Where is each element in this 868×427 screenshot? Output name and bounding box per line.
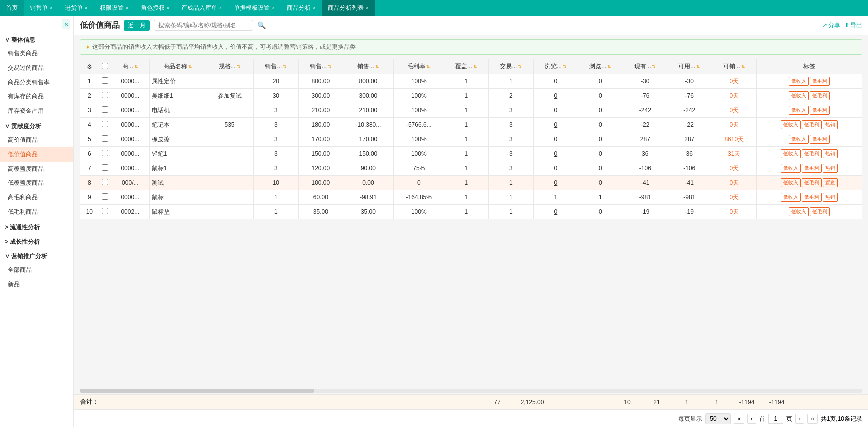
- sidebar-item-低覆盖度商品[interactable]: 低覆盖度商品: [0, 176, 73, 190]
- nav-item-销售单[interactable]: 销售单×: [24, 0, 59, 16]
- browse-link[interactable]: 0: [554, 121, 558, 128]
- col-header-3[interactable]: 商品名称⇅: [149, 59, 206, 74]
- per-page-select[interactable]: 50 100 200: [705, 413, 731, 424]
- prev-page-btn[interactable]: ‹: [747, 414, 756, 424]
- sidebar-item-低价值商品[interactable]: 低价值商品: [0, 147, 73, 162]
- nav-close-icon[interactable]: ×: [85, 5, 88, 11]
- row-col-11[interactable]: 0: [533, 103, 578, 118]
- nav-close-icon[interactable]: ×: [126, 5, 129, 11]
- browse-link[interactable]: 0: [554, 92, 558, 99]
- first-page-btn[interactable]: «: [734, 414, 744, 424]
- row-checkbox[interactable]: [102, 208, 108, 214]
- search-icon[interactable]: 🔍: [257, 21, 266, 29]
- browse-link[interactable]: 0: [554, 136, 558, 143]
- col-header-9[interactable]: 覆盖...⇅: [444, 59, 488, 74]
- nav-close-icon[interactable]: ×: [50, 5, 53, 11]
- col-header-15[interactable]: 可销...⇅: [712, 59, 756, 74]
- row-days: 0天: [712, 118, 756, 132]
- nav-item-产成品入库单[interactable]: 产成品入库单×: [175, 0, 228, 16]
- row-checkbox[interactable]: [102, 106, 108, 113]
- row-col-11[interactable]: 0: [533, 89, 578, 103]
- col-header-2[interactable]: 商...⇅: [111, 59, 149, 74]
- row-col-11[interactable]: 1: [533, 190, 578, 205]
- col-header-8[interactable]: 毛利率⇅: [393, 59, 444, 74]
- horizontal-scrollbar[interactable]: [74, 388, 868, 394]
- sidebar-item-低毛利商品[interactable]: 低毛利商品: [0, 205, 73, 219]
- sidebar-group-0[interactable]: ∨ 整体信息: [0, 32, 73, 46]
- sidebar-item-高覆盖度商品[interactable]: 高覆盖度商品: [0, 162, 73, 176]
- browse-link[interactable]: 0: [554, 179, 558, 186]
- col-header-14[interactable]: 可用...⇅: [667, 59, 712, 74]
- row-col-11[interactable]: 0: [533, 132, 578, 147]
- sidebar-item-全部商品[interactable]: 全部商品: [0, 263, 73, 277]
- sidebar-item-销售类商品[interactable]: 销售类商品: [0, 46, 73, 61]
- row-col-11[interactable]: 0: [533, 74, 578, 89]
- col-header-4[interactable]: 规格...⇅: [206, 59, 253, 74]
- nav-close-icon[interactable]: ×: [313, 5, 316, 11]
- col-header-13[interactable]: 现有...⇅: [623, 59, 667, 74]
- sidebar-item-高价值商品[interactable]: 高价值商品: [0, 133, 73, 147]
- browse-link[interactable]: 1: [554, 194, 558, 201]
- nav-item-商品分析[interactable]: 商品分析×: [281, 0, 322, 16]
- row-checkbox[interactable]: [102, 164, 108, 171]
- col-header-10[interactable]: 交易...⇅: [489, 59, 533, 74]
- row-col-11[interactable]: 0: [533, 176, 578, 190]
- date-filter-btn[interactable]: 近一月: [124, 20, 150, 31]
- sidebar-group-4[interactable]: ∨ 营销推广分析: [0, 248, 73, 263]
- nav-close-icon[interactable]: ×: [167, 5, 170, 11]
- share-btn[interactable]: ↗ 分享: [822, 21, 840, 30]
- next-page-btn[interactable]: ›: [795, 414, 804, 424]
- nav-close-icon[interactable]: ×: [366, 5, 369, 11]
- select-all-checkbox[interactable]: [102, 63, 108, 69]
- sidebar-group-3[interactable]: > 成长性分析: [0, 234, 73, 248]
- col-header-11[interactable]: 浏览...⇅: [533, 59, 578, 74]
- row-col-6: 150.00: [298, 147, 343, 161]
- sidebar-group-2[interactable]: > 流通性分析: [0, 219, 73, 234]
- search-input[interactable]: [154, 20, 253, 31]
- nav-item-首页[interactable]: 首页: [0, 0, 24, 16]
- nav-item-单据模板设置[interactable]: 单据模板设置×: [228, 0, 281, 16]
- sidebar-group-1[interactable]: ∨ 贡献度分析: [0, 118, 73, 133]
- sidebar-item-库存资金占用[interactable]: 库存资金占用: [0, 104, 73, 118]
- sidebar-item-有库存的商品[interactable]: 有库存的商品: [0, 89, 73, 104]
- browse-link[interactable]: 0: [554, 78, 558, 85]
- row-col-11[interactable]: 0: [533, 118, 578, 132]
- row-code: 0000...: [111, 89, 149, 103]
- row-col-9: 1: [444, 161, 488, 176]
- browse-link[interactable]: 0: [554, 208, 558, 215]
- sidebar-item-商品分类销售率[interactable]: 商品分类销售率: [0, 75, 73, 90]
- row-col-11[interactable]: 0: [533, 161, 578, 176]
- nav-item-角色授权[interactable]: 角色授权×: [135, 0, 176, 16]
- row-checkbox[interactable]: [102, 135, 108, 142]
- row-col-11[interactable]: 0: [533, 205, 578, 219]
- nav-close-icon[interactable]: ×: [272, 5, 275, 11]
- nav-item-权限设置[interactable]: 权限设置×: [94, 0, 135, 16]
- data-table-area[interactable]: ⚙商...⇅商品名称⇅规格...⇅销售...⇅销售...⇅销售...⇅毛利率⇅覆…: [74, 59, 868, 388]
- row-checkbox[interactable]: [102, 121, 108, 127]
- sidebar-item-新品[interactable]: 新品: [0, 277, 73, 292]
- browse-link[interactable]: 0: [554, 107, 558, 114]
- row-checkbox[interactable]: [102, 179, 108, 185]
- col-header-12[interactable]: 浏览...⇅: [578, 59, 623, 74]
- sidebar-collapse-btn[interactable]: «: [62, 19, 70, 29]
- row-col-11[interactable]: 0: [533, 147, 578, 161]
- nav-item-商品分析列表[interactable]: 商品分析列表×: [322, 0, 375, 16]
- tag-低收入: 低收入: [781, 149, 801, 158]
- last-page-btn[interactable]: »: [807, 414, 818, 424]
- row-checkbox[interactable]: [102, 77, 108, 84]
- page-number-input[interactable]: [768, 414, 783, 424]
- row-checkbox[interactable]: [102, 193, 108, 200]
- sidebar-item-交易过的商品[interactable]: 交易过的商品: [0, 61, 73, 75]
- col-header-6[interactable]: 销售...⇅: [298, 59, 343, 74]
- browse-link[interactable]: 0: [554, 165, 558, 172]
- nav-item-进货单[interactable]: 进货单×: [59, 0, 94, 16]
- browse-link[interactable]: 0: [554, 150, 558, 157]
- row-col-5: 1: [254, 205, 298, 219]
- row-checkbox[interactable]: [102, 150, 108, 156]
- nav-close-icon[interactable]: ×: [219, 5, 222, 11]
- row-checkbox[interactable]: [102, 92, 108, 98]
- sidebar-item-高毛利商品[interactable]: 高毛利商品: [0, 190, 73, 205]
- export-btn[interactable]: ⬆ 导出: [844, 21, 862, 30]
- col-header-5[interactable]: 销售...⇅: [254, 59, 298, 74]
- col-header-7[interactable]: 销售...⇅: [343, 59, 394, 74]
